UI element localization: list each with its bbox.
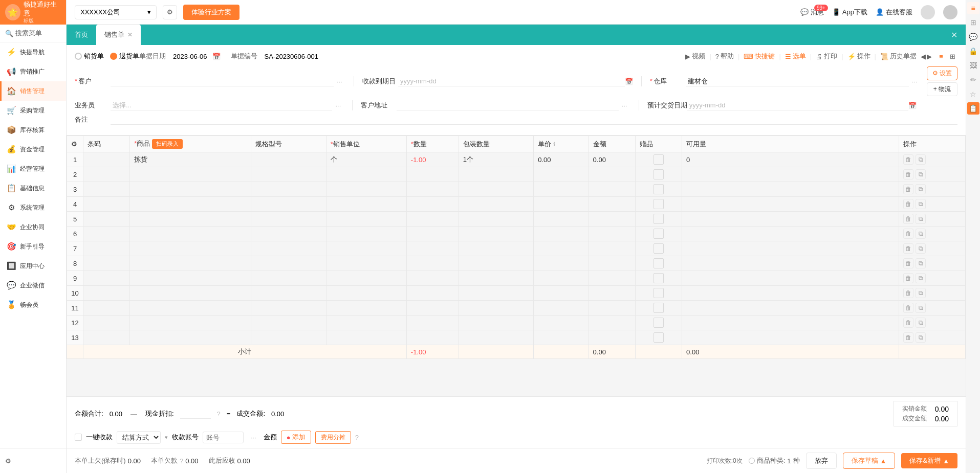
cell-amount[interactable] <box>589 227 635 241</box>
cell-pack-qty[interactable] <box>459 197 533 212</box>
form-settings-btn[interactable]: ⚙ 设置 <box>927 66 957 80</box>
cell-available[interactable] <box>682 256 899 271</box>
copy-icon[interactable]: ⧉ <box>916 332 926 343</box>
nav-left-icon[interactable]: ◀ <box>921 53 926 60</box>
cell-amount[interactable] <box>589 182 635 197</box>
cell-quantity[interactable] <box>406 316 459 330</box>
calendar-icon[interactable]: 📅 <box>212 53 221 60</box>
right-panel-lock[interactable]: 🔒 <box>967 45 979 57</box>
cell-unit-price[interactable] <box>534 316 589 330</box>
sidebar-item-basic[interactable]: 📋 基础信息 <box>0 178 66 198</box>
sidebar-item-appstore[interactable]: 🔲 应用中心 <box>0 256 66 276</box>
cell-unit-price[interactable] <box>534 197 589 212</box>
copy-icon[interactable]: ⧉ <box>916 243 926 254</box>
cell-available[interactable] <box>682 301 899 316</box>
operation-btn[interactable]: ⚡ 操作 <box>847 52 870 61</box>
warehouse-input[interactable] <box>686 76 909 86</box>
right-panel-edit[interactable]: ✏ <box>967 74 979 86</box>
cell-quantity[interactable]: -1.00 <box>406 152 459 167</box>
cell-spec[interactable] <box>251 167 326 182</box>
sidebar-item-wechat[interactable]: 💬 企业微信 <box>0 276 66 295</box>
notes-input[interactable] <box>111 115 957 125</box>
sidebar-item-enterprise[interactable]: 🤝 企业协同 <box>0 217 66 237</box>
cell-gift[interactable] <box>635 286 682 301</box>
cell-unit-price[interactable] <box>534 182 589 197</box>
history-btn[interactable]: 📜 历史单据 <box>880 52 917 61</box>
sidebar-item-quick-nav[interactable]: ⚡ 快捷导航 <box>0 42 66 62</box>
cell-barcode[interactable] <box>83 227 130 241</box>
cell-barcode[interactable] <box>83 212 130 227</box>
cell-barcode[interactable] <box>83 182 130 197</box>
copy-icon[interactable]: ⧉ <box>916 258 926 268</box>
copy-icon[interactable]: ⧉ <box>916 199 926 209</box>
cell-quantity[interactable] <box>406 167 459 182</box>
cell-quantity[interactable] <box>406 182 459 197</box>
print-btn[interactable]: 🖨 打印 <box>816 52 837 61</box>
grid-view-btn[interactable]: ⊞ <box>947 51 957 61</box>
salesperson-dots-btn[interactable]: ··· <box>332 102 344 109</box>
delete-icon[interactable]: 🗑 <box>903 154 913 165</box>
sidebar-item-operations[interactable]: 📊 经营管理 <box>0 159 66 178</box>
address-dots-btn[interactable]: ··· <box>619 102 630 109</box>
cell-quantity[interactable] <box>406 241 459 256</box>
cell-gift[interactable] <box>635 152 682 167</box>
sidebar-item-finance[interactable]: 💰 资金管理 <box>0 140 66 159</box>
account-dots[interactable]: ··· <box>248 434 259 441</box>
cell-spec[interactable] <box>251 212 326 227</box>
cell-product[interactable] <box>130 271 251 286</box>
cell-gift[interactable] <box>635 330 682 345</box>
video-btn[interactable]: ▶ 视频 <box>685 52 705 61</box>
cell-barcode[interactable] <box>83 256 130 271</box>
cell-available[interactable] <box>682 241 899 256</box>
cell-barcode[interactable] <box>83 271 130 286</box>
cell-available[interactable] <box>682 227 899 241</box>
copy-icon[interactable]: ⧉ <box>916 154 926 165</box>
cell-pack-qty[interactable] <box>459 182 533 197</box>
right-panel-card-view[interactable]: ⊞ <box>967 16 979 29</box>
list-view-btn[interactable]: ≡ <box>936 51 946 61</box>
delete-icon[interactable]: 🗑 <box>903 243 913 254</box>
right-panel-image[interactable]: 🖼 <box>967 59 979 72</box>
delete-icon[interactable]: 🗑 <box>903 214 913 224</box>
customer-address-input[interactable] <box>397 100 618 110</box>
right-panel-table-view[interactable]: ≡ <box>967 2 979 14</box>
cell-gift[interactable] <box>635 227 682 241</box>
cell-gift[interactable] <box>635 316 682 330</box>
settings-button[interactable]: ⚙ <box>163 5 177 19</box>
cell-unit[interactable] <box>326 316 406 330</box>
cell-spec[interactable] <box>251 197 326 212</box>
cell-unit[interactable] <box>326 330 406 345</box>
cell-unit-price[interactable] <box>534 330 589 345</box>
cell-quantity[interactable] <box>406 286 459 301</box>
tab-close-icon[interactable]: ✕ <box>127 31 133 38</box>
cell-pack-qty[interactable] <box>459 301 533 316</box>
sidebar-item-sales[interactable]: 🏠 销售管理 <box>0 81 66 101</box>
right-panel-star[interactable]: ☆ <box>967 88 979 100</box>
cell-unit-price[interactable] <box>534 241 589 256</box>
copy-icon[interactable]: ⧉ <box>916 303 926 313</box>
right-panel-action[interactable]: 📋 <box>967 102 979 115</box>
cell-unit[interactable] <box>326 256 406 271</box>
sidebar-settings-btn[interactable]: ⚙ <box>0 453 66 469</box>
cell-product[interactable] <box>130 227 251 241</box>
cash-discount-input[interactable] <box>180 409 211 419</box>
cell-barcode[interactable] <box>83 301 130 316</box>
cell-unit-price[interactable]: 0.00 <box>534 152 589 167</box>
cell-product[interactable] <box>130 330 251 345</box>
cell-product[interactable] <box>130 167 251 182</box>
cell-amount[interactable] <box>589 301 635 316</box>
shortcut-btn[interactable]: ⌨ 快捷键 <box>744 52 775 61</box>
payment-date-input[interactable] <box>398 76 625 86</box>
cell-unit-price[interactable] <box>534 271 589 286</box>
cell-unit-price[interactable] <box>534 212 589 227</box>
sidebar-item-inventory[interactable]: 📦 库存核算 <box>0 120 66 140</box>
cell-amount[interactable] <box>589 316 635 330</box>
cell-unit[interactable] <box>326 197 406 212</box>
cell-gift[interactable] <box>635 197 682 212</box>
copy-icon[interactable]: ⧉ <box>916 318 926 328</box>
cell-product[interactable] <box>130 241 251 256</box>
cell-spec[interactable] <box>251 271 326 286</box>
salesperson-input[interactable] <box>111 100 332 110</box>
cell-available[interactable] <box>682 167 899 182</box>
cell-barcode[interactable] <box>83 241 130 256</box>
